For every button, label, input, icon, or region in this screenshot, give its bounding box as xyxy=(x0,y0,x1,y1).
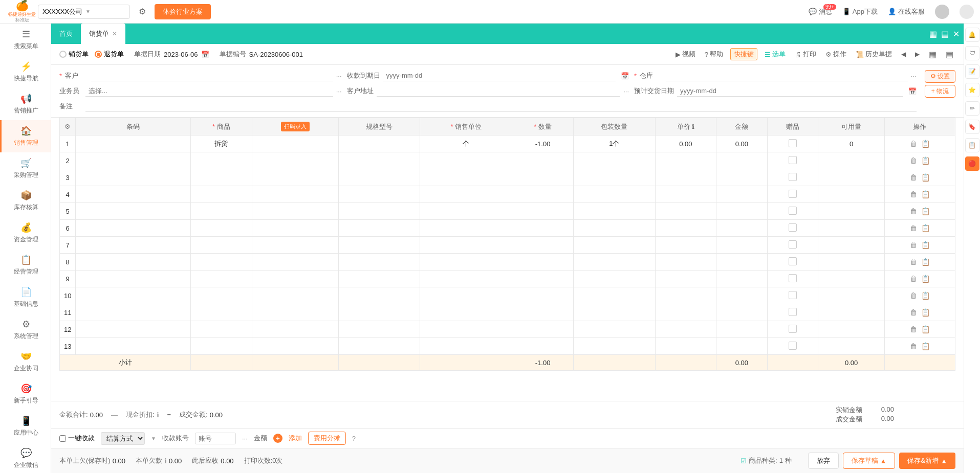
cell-gift[interactable] xyxy=(767,304,818,321)
right-btn-note[interactable]: 📝 xyxy=(965,64,979,79)
cell-unit[interactable] xyxy=(420,287,512,304)
cell-pkg-qty[interactable] xyxy=(573,287,655,304)
cell-barcode[interactable] xyxy=(76,152,191,169)
tab-layout-icon1[interactable]: ▦ xyxy=(929,29,937,39)
payment-account-input[interactable] xyxy=(195,433,236,444)
copy-row-btn[interactable]: 📋 xyxy=(920,257,931,267)
calendar-icon[interactable]: 📅 xyxy=(201,51,209,58)
cell-gift[interactable] xyxy=(767,271,818,287)
cell-gift[interactable] xyxy=(767,338,818,355)
tab-home[interactable]: 首页 xyxy=(51,24,81,44)
delete-row-btn[interactable]: 🗑 xyxy=(909,155,918,166)
radio-return-order[interactable]: 退货单 xyxy=(95,50,124,59)
gift-checkbox[interactable] xyxy=(789,190,797,198)
select-btn[interactable]: ☰ 选单 xyxy=(763,49,788,60)
cell-qty[interactable] xyxy=(512,186,574,203)
cell-product[interactable] xyxy=(191,186,252,203)
cell-product[interactable]: 拆货 xyxy=(191,136,252,152)
cell-amount[interactable] xyxy=(716,169,768,186)
cell-unit[interactable] xyxy=(420,152,512,169)
message-button[interactable]: 💬 消息 99+ xyxy=(809,7,832,16)
company-selector[interactable]: XXXXXX公司 ▼ xyxy=(38,5,130,19)
cell-spec[interactable] xyxy=(338,254,420,271)
avatar[interactable] xyxy=(935,5,949,19)
gift-checkbox[interactable] xyxy=(789,240,797,249)
debt-info-icon[interactable]: ℹ xyxy=(164,457,167,465)
cell-barcode[interactable] xyxy=(76,136,191,152)
cell-spec[interactable] xyxy=(338,136,420,152)
sidebar-item-enterprise[interactable]: 🤝 企业协同 xyxy=(0,346,51,378)
cell-amount[interactable] xyxy=(716,321,768,338)
sidebar-item-wechat[interactable]: 💬 企业微信 xyxy=(0,442,51,473)
sidebar-item-marketing[interactable]: 📢 营销推广 xyxy=(0,88,51,120)
save-new-button[interactable]: 保存&新增 ▲ xyxy=(899,453,955,469)
date-value[interactable]: 2023-06-06 xyxy=(164,51,198,58)
cell-spec[interactable] xyxy=(338,304,420,321)
cell-spec[interactable] xyxy=(338,237,420,254)
cell-spec[interactable] xyxy=(338,321,420,338)
cell-qty[interactable] xyxy=(512,304,574,321)
customer-dots-icon[interactable]: ··· xyxy=(336,72,342,80)
cell-barcode[interactable] xyxy=(76,271,191,287)
cell-spec[interactable] xyxy=(338,220,420,237)
copy-row-btn[interactable]: 📋 xyxy=(920,341,931,351)
note-input[interactable] xyxy=(85,101,917,112)
cell-unit[interactable] xyxy=(420,271,512,287)
salesperson-input[interactable] xyxy=(85,85,333,97)
delete-row-btn[interactable]: 🗑 xyxy=(909,172,918,183)
copy-row-btn[interactable]: 📋 xyxy=(920,223,931,233)
right-btn-orange[interactable]: 🔴 xyxy=(965,156,979,171)
one-click-payment-input[interactable] xyxy=(59,435,66,442)
cell-product[interactable] xyxy=(191,338,252,355)
cell-barcode[interactable] xyxy=(76,254,191,271)
cell-pkg-qty[interactable] xyxy=(573,152,655,169)
tab-sales-order[interactable]: 销货单 ✕ xyxy=(81,24,125,44)
right-btn-bookmark[interactable]: 🔖 xyxy=(965,120,979,134)
cell-pkg-qty[interactable] xyxy=(573,321,655,338)
gift-checkbox[interactable] xyxy=(789,139,797,147)
cell-amount[interactable] xyxy=(716,271,768,287)
goods-kind-icon[interactable]: ☑ xyxy=(741,457,747,465)
cell-barcode[interactable] xyxy=(76,338,191,355)
delete-row-btn[interactable]: 🗑 xyxy=(909,324,918,334)
cell-barcode[interactable] xyxy=(76,169,191,186)
cell-price[interactable] xyxy=(655,220,716,237)
copy-row-btn[interactable]: 📋 xyxy=(920,290,931,301)
cell-spec[interactable] xyxy=(338,152,420,169)
cell-gift[interactable] xyxy=(767,287,818,304)
cell-price[interactable] xyxy=(655,338,716,355)
cell-amount[interactable] xyxy=(716,203,768,220)
cell-amount[interactable] xyxy=(716,220,768,237)
cell-pkg-qty[interactable] xyxy=(573,220,655,237)
cell-spec[interactable] xyxy=(338,271,420,287)
cell-gift[interactable] xyxy=(767,186,818,203)
cell-unit[interactable] xyxy=(420,169,512,186)
cell-unit[interactable] xyxy=(420,304,512,321)
cell-gift[interactable] xyxy=(767,152,818,169)
account-dots-icon[interactable]: ··· xyxy=(242,435,248,442)
sidebar-item-operations[interactable]: 📋 经营管理 xyxy=(0,249,51,281)
one-click-payment-checkbox[interactable]: 一键收款 xyxy=(59,434,95,443)
delete-row-btn[interactable]: 🗑 xyxy=(909,189,918,199)
cell-unit[interactable] xyxy=(420,254,512,271)
cell-qty[interactable] xyxy=(512,203,574,220)
gift-checkbox[interactable] xyxy=(789,173,797,181)
history-btn[interactable]: 📜 历史单据 xyxy=(854,49,894,60)
cell-qty[interactable] xyxy=(512,271,574,287)
cell-price[interactable] xyxy=(655,254,716,271)
operate-btn[interactable]: ⚙ 操作 xyxy=(823,49,848,60)
delete-row-btn[interactable]: 🗑 xyxy=(909,223,918,233)
gift-checkbox[interactable] xyxy=(789,257,797,265)
cell-gift[interactable] xyxy=(767,220,818,237)
right-btn-edit[interactable]: ✏ xyxy=(965,101,979,116)
cell-qty[interactable] xyxy=(512,338,574,355)
trial-button[interactable]: 体验行业方案 xyxy=(155,4,211,19)
copy-row-btn[interactable]: 📋 xyxy=(920,324,931,334)
sidebar-item-quick-nav[interactable]: ⚡ 快捷导航 xyxy=(0,56,51,88)
app-download-button[interactable]: 📱 App下载 xyxy=(842,7,878,16)
cell-qty[interactable] xyxy=(512,321,574,338)
cell-price[interactable] xyxy=(655,203,716,220)
right-btn-star[interactable]: ⭐ xyxy=(965,83,979,97)
cell-gift[interactable] xyxy=(767,237,818,254)
cell-spec[interactable] xyxy=(338,169,420,186)
